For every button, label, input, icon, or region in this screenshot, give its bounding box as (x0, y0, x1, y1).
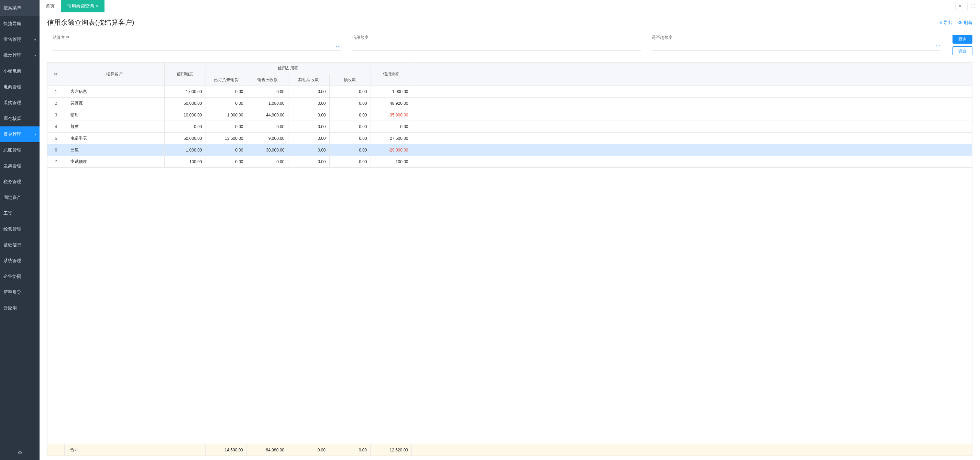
table-row[interactable]: 5电话手表50,000.0013,500.009,000.000.000.002… (48, 133, 972, 144)
tab-1[interactable]: 信用余额查询× (61, 0, 105, 13)
col-other-recv[interactable]: 其他应收款 (288, 74, 329, 86)
cell-name: 三星 (65, 144, 164, 156)
filter-credit-input[interactable] (352, 43, 640, 51)
table-row[interactable]: 7测试额度100.000.000.000.000.00100.00 (48, 156, 972, 168)
sidebar-item-10[interactable]: 发票管理 (0, 158, 40, 174)
col-credit-limit[interactable]: 信用额度 (164, 62, 205, 86)
cell-ordered: 1,000.00 (205, 109, 247, 121)
sidebar-item-label: 经营管理 (3, 226, 36, 232)
export-icon: ⇲ (938, 20, 942, 25)
cell-credit: 0.00 (164, 121, 205, 133)
sidebar-item-14[interactable]: 经营管理 (0, 221, 40, 237)
sidebar-item-7[interactable]: 库存核算 (0, 111, 40, 127)
col-spacer (412, 62, 972, 86)
col-ordered[interactable]: 已订货未销货 (205, 74, 247, 86)
refresh-icon: ⟳ (958, 20, 962, 25)
sidebar-item-5[interactable]: 电商管理 (0, 79, 40, 95)
chevron-down-icon: ▾ (34, 54, 36, 57)
cell-balance: 1,000.00 (371, 86, 412, 98)
table-row[interactable]: 6三星1,000.000.0030,000.000.000.00-29,000.… (48, 144, 972, 156)
cell-prepay: 0.00 (329, 133, 371, 144)
cell-name: 客户信息 (65, 86, 164, 98)
cell-other: 0.00 (288, 144, 329, 156)
main: 首页信用余额查询× ✕ ⛶ 信用余额查询表(按结算客户) ⇲ 导出 ⟳ 刷新 (40, 0, 980, 460)
cell-idx: 7 (48, 156, 65, 168)
cell-credit: 50,000.00 (164, 98, 205, 109)
footer-label: 合计 (65, 444, 164, 456)
sidebar-item-6[interactable]: 采购管理 (0, 95, 40, 111)
cell-prepay: 0.00 (329, 121, 371, 133)
footer-prepay: 0.00 (329, 444, 371, 456)
cell-balance: 100.00 (371, 156, 412, 168)
query-button[interactable]: 查询 (953, 35, 972, 44)
filter-over-select[interactable] (652, 43, 940, 51)
cell-receivable: 44,900.00 (247, 109, 288, 121)
sidebar-item-13[interactable]: 工资 (0, 205, 40, 221)
sidebar-item-8[interactable]: 资金管理◂ (0, 127, 40, 142)
sidebar-item-3[interactable]: 批发管理▾ (0, 48, 40, 63)
cell-idx: 3 (48, 109, 65, 121)
filter-customer-input[interactable] (52, 43, 341, 51)
col-receivable[interactable]: 销售应收款 (247, 74, 288, 86)
filter-credit-label: 信用额度 (352, 35, 640, 41)
sidebar-item-12[interactable]: 固定资产 (0, 190, 40, 205)
cell-prepay: 0.00 (329, 98, 371, 109)
cell-other: 0.00 (288, 86, 329, 98)
cell-ordered: 0.00 (205, 86, 247, 98)
sidebar-item-4[interactable]: 小畅电商 (0, 63, 40, 79)
sidebar-item-16[interactable]: 系统管理 (0, 253, 40, 269)
filter-credit: 信用额度 — (347, 35, 646, 51)
export-label: 导出 (943, 20, 952, 26)
table-footer: 合计 14,500.00 84,980.00 0.00 0.00 12,620.… (47, 444, 972, 456)
cell-credit: 50,000.00 (164, 133, 205, 144)
filter-bar: 结算客户 ⋯ 信用额度 — 是否超额度 (40, 31, 980, 62)
expand-icon[interactable]: ⛶ (967, 2, 977, 10)
col-customer[interactable]: 结算客户 (65, 62, 164, 86)
cell-idx: 4 (48, 121, 65, 133)
chevron-down-icon[interactable]: ﹀ (936, 44, 940, 49)
close-all-icon[interactable]: ✕ (955, 2, 964, 10)
sidebar-item-17[interactable]: 企业协同 (0, 269, 40, 284)
close-icon[interactable]: × (96, 4, 98, 9)
column-settings-header[interactable]: ⚙ (48, 62, 65, 86)
sidebar-footer: ⚙ (0, 445, 40, 460)
col-balance[interactable]: 信用余额 (371, 62, 412, 86)
export-button[interactable]: ⇲ 导出 (938, 20, 952, 26)
tab-0[interactable]: 首页 (40, 0, 61, 13)
gear-icon[interactable]: ⚙ (18, 450, 22, 455)
cell-balance: -35,900.00 (371, 109, 412, 121)
tab-bar: 首页信用余额查询× ✕ ⛶ (40, 0, 980, 13)
cell-receivable: 9,000.00 (247, 133, 288, 144)
cell-ordered: 0.00 (205, 121, 247, 133)
table-row[interactable]: 4额度0.000.000.000.000.000.00 (48, 121, 972, 133)
sidebar-item-18[interactable]: 新手引导 (0, 284, 40, 300)
settings-button[interactable]: 设置 (953, 46, 972, 55)
cell-idx: 2 (48, 98, 65, 109)
sidebar-item-11[interactable]: 税务管理 (0, 174, 40, 190)
cell-name: 额度 (65, 121, 164, 133)
sidebar-item-label: 总账管理 (3, 147, 36, 153)
cell-prepay: 0.00 (329, 86, 371, 98)
sidebar-item-0[interactable]: 搜索菜单 (0, 0, 40, 16)
cell-credit: 10,000.00 (164, 109, 205, 121)
col-prepay[interactable]: 预收款 (329, 74, 371, 86)
sidebar-item-label: 采购管理 (3, 100, 36, 106)
cell-ordered: 13,500.00 (205, 133, 247, 144)
footer-ordered: 14,500.00 (205, 444, 247, 456)
chevron-down-icon: ▾ (34, 38, 36, 41)
sidebar-item-1[interactable]: 快捷导航 (0, 16, 40, 32)
refresh-button[interactable]: ⟳ 刷新 (958, 20, 972, 26)
lookup-icon[interactable]: ⋯ (336, 44, 341, 49)
table-row[interactable]: 3信用10,000.001,000.0044,900.000.000.00-35… (48, 109, 972, 121)
table-row[interactable]: 2吴薇薇50,000.000.001,080.000.000.0048,920.… (48, 98, 972, 109)
table-row[interactable]: 1客户信息1,000.000.000.000.000.001,000.00 (48, 86, 972, 98)
sidebar-item-15[interactable]: 基础信息 (0, 237, 40, 253)
sidebar-item-19[interactable]: 云应用 (0, 300, 40, 316)
sidebar-menu: 搜索菜单快捷导航零售管理▾批发管理▾小畅电商电商管理采购管理库存核算资金管理◂总… (0, 0, 40, 445)
sidebar-item-2[interactable]: 零售管理▾ (0, 32, 40, 48)
footer-other: 0.00 (288, 444, 329, 456)
sidebar-item-9[interactable]: 总账管理 (0, 142, 40, 158)
sidebar-item-label: 新手引导 (3, 289, 36, 295)
cell-receivable: 1,080.00 (247, 98, 288, 109)
cell-other: 0.00 (288, 98, 329, 109)
